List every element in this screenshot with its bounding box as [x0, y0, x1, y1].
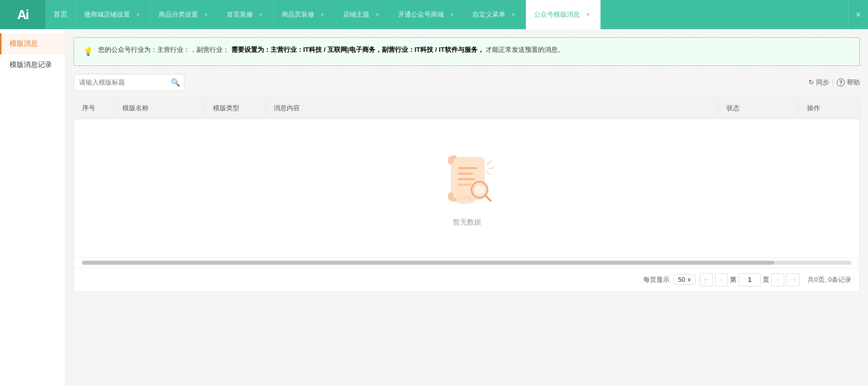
search-input-wrap: 🔍	[74, 74, 184, 91]
prev-page-button[interactable]: ‹	[715, 273, 728, 286]
close-tab-icon[interactable]: ×	[318, 11, 326, 19]
search-button[interactable]: 🔍	[171, 78, 180, 87]
info-text-highlight: 需要设置为：主营行业：IT科技 / 互联网|电子商务，副营行业：IT科技 / I…	[231, 46, 484, 53]
scroll-track	[82, 261, 851, 265]
app-logo: Ai	[0, 0, 45, 29]
nav-tab-category-settings[interactable]: 商品分类设置×	[151, 0, 219, 29]
help-circle-icon: ?	[837, 79, 845, 87]
sidebar-item-template-msg-record[interactable]: 模版消息记录	[0, 54, 65, 75]
col-action: 操作	[799, 98, 859, 119]
search-bar: 🔍 ↻ 同步 | ? 帮助	[74, 74, 860, 91]
page-size-label: 每页显示	[643, 275, 670, 284]
svg-rect-4	[458, 184, 471, 186]
page-size-value: 50	[678, 276, 685, 283]
top-navigation: Ai 首页微商城店铺设置×商品分类设置×首页装修×商品页装修×店铺主题×开通公众…	[0, 0, 868, 29]
close-all-tabs-button[interactable]: ×	[848, 0, 868, 29]
svg-rect-3	[458, 178, 475, 180]
svg-rect-2	[458, 173, 473, 175]
col-type: 模版类型	[205, 98, 265, 119]
data-table: 序号 模版名称 模版类型 消息内容 状态 操作	[74, 97, 860, 292]
nav-tab-open-mall[interactable]: 开通公众号商城×	[390, 0, 464, 29]
col-status: 状态	[718, 98, 799, 119]
page-size-chevron-icon: ∨	[687, 276, 691, 283]
empty-illustration	[437, 149, 497, 210]
page-size-select[interactable]: 50 ∨	[674, 274, 696, 285]
close-tab-icon[interactable]: ×	[202, 11, 210, 19]
first-page-button[interactable]: ⊢	[700, 273, 713, 286]
bulb-icon: 💡	[83, 45, 93, 58]
sidebar-item-template-msg[interactable]: 模版消息	[0, 33, 65, 54]
close-tab-icon[interactable]: ×	[257, 11, 265, 19]
nav-tab-product-decor[interactable]: 商品页装修×	[274, 0, 335, 29]
toolbar-right: ↻ 同步 | ? 帮助	[809, 78, 860, 87]
empty-state: 暂无数据	[74, 119, 859, 257]
svg-line-8	[487, 161, 491, 165]
svg-line-7	[485, 195, 491, 201]
sidebar: 模版消息模版消息记录	[0, 29, 65, 386]
info-text-prefix: 您的公众号行业为：主营行业：，副营行业：	[98, 46, 229, 53]
page-body: 模版消息模版消息记录 💡 您的公众号行业为：主营行业：，副营行业： 需要设置为：…	[0, 29, 868, 386]
nav-tab-home-decor[interactable]: 首页装修×	[219, 0, 274, 29]
close-tab-icon[interactable]: ×	[134, 11, 142, 19]
sync-icon: ↻	[809, 79, 814, 86]
scroll-thumb[interactable]	[82, 261, 774, 265]
empty-text: 暂无数据	[453, 218, 481, 227]
pagination: 每页显示 50 ∨ ⊢ ‹ 第 页 › ⊣ 共0页, 0条记录	[74, 268, 859, 291]
table-header: 序号 模版名称 模版类型 消息内容 状态 操作	[74, 98, 859, 119]
nav-tab-custom-menu[interactable]: 自定义菜单×	[464, 0, 526, 29]
help-label: 帮助	[847, 78, 860, 87]
nav-tab-shop-theme[interactable]: 店铺主题×	[335, 0, 390, 29]
main-content: 💡 您的公众号行业为：主营行业：，副营行业： 需要设置为：主营行业：IT科技 /…	[65, 29, 868, 386]
horizontal-scrollbar[interactable]	[74, 257, 859, 268]
close-tab-icon[interactable]: ×	[584, 11, 592, 19]
col-name: 模版名称	[114, 98, 205, 119]
next-page-button[interactable]: ›	[771, 273, 784, 286]
page-number-input[interactable]	[739, 273, 761, 286]
sync-label: 同步	[816, 78, 829, 87]
sync-button[interactable]: ↻ 同步	[809, 78, 829, 87]
svg-line-9	[489, 168, 494, 169]
nav-tabs-container: 首页微商城店铺设置×商品分类设置×首页装修×商品页装修×店铺主题×开通公众号商城…	[45, 0, 848, 29]
info-banner-text: 您的公众号行业为：主营行业：，副营行业： 需要设置为：主营行业：IT科技 / 互…	[98, 45, 564, 55]
last-page-button[interactable]: ⊣	[786, 273, 799, 286]
page-label-suffix: 页	[763, 275, 769, 284]
close-tab-icon[interactable]: ×	[448, 11, 456, 19]
help-button[interactable]: ? 帮助	[837, 78, 860, 87]
total-text: 共0页, 0条记录	[808, 275, 851, 284]
search-input[interactable]	[74, 74, 184, 91]
page-label-prefix: 第	[730, 275, 737, 284]
nav-tab-home[interactable]: 首页	[45, 0, 76, 29]
close-tab-icon[interactable]: ×	[373, 11, 381, 19]
nav-tab-shop-settings[interactable]: 微商城店铺设置×	[76, 0, 151, 29]
info-banner: 💡 您的公众号行业为：主营行业：，副营行业： 需要设置为：主营行业：IT科技 /…	[74, 37, 860, 66]
svg-point-6	[475, 185, 485, 195]
svg-rect-1	[458, 167, 477, 169]
close-tab-icon[interactable]: ×	[509, 11, 517, 19]
col-content: 消息内容	[265, 98, 718, 119]
info-text-suffix: 才能正常发送预置的消息。	[486, 46, 564, 53]
nav-tab-template-msg[interactable]: 公众号模版消息×	[526, 0, 600, 29]
svg-line-10	[486, 172, 490, 175]
toolbar-divider: |	[832, 79, 834, 86]
col-index: 序号	[74, 98, 114, 119]
pager: ⊢ ‹ 第 页 › ⊣	[700, 273, 799, 286]
